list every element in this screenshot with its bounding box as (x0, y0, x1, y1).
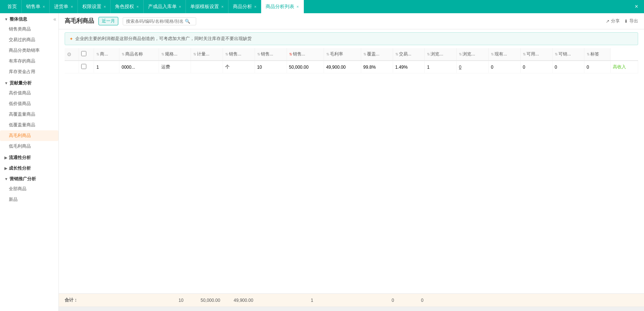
cell-transaction: 1 (425, 61, 457, 73)
arrow-down-icon: ▼ (4, 17, 8, 21)
cell-available: 0 (552, 61, 584, 73)
close-tab-product-analysis[interactable]: × (254, 4, 256, 9)
col-sale-cost[interactable]: ⇅销售... (287, 48, 324, 61)
tab-product-analysis-list[interactable]: 商品分析列表 × (261, 0, 303, 13)
cell-gross-margin: 99.8% (361, 61, 393, 73)
total-sale-cost: 49,900.00 (231, 298, 265, 303)
sidebar-group-contribution[interactable]: ▼ 贡献量分析 (0, 77, 58, 88)
sidebar-group-growth[interactable]: ▶ 成长性分析 (0, 162, 58, 173)
sidebar-item-new-goods[interactable]: 新品 (0, 194, 58, 205)
tab-permission[interactable]: 权限设置 × (78, 0, 111, 13)
horizontal-scrollbar[interactable] (59, 307, 644, 311)
total-label: 合计： (65, 297, 78, 303)
cell-browse2: 0 (489, 61, 521, 73)
cell-code: 0000... (119, 61, 159, 73)
info-banner: ✦ 企业的主要的利润都是这部分商品创造的，可考虑加大推广，同时关注库存是不要出现… (65, 32, 638, 45)
select-all-checkbox[interactable] (81, 51, 86, 56)
cell-sale-cost: 49,900.00 (324, 61, 361, 73)
cell-spec (191, 61, 223, 73)
close-tab-template-settings[interactable]: × (221, 4, 223, 9)
col-unit[interactable]: ⇅计量... (191, 48, 223, 61)
sidebar-group-liquidity[interactable]: ▶ 流通性分析 (0, 152, 58, 162)
col-spec[interactable]: ⇅规格... (159, 48, 191, 61)
tab-product-inbound[interactable]: 产成品入库单 × (144, 0, 186, 13)
sidebar-item-low-margin[interactable]: 低毛利商品 (0, 141, 58, 152)
col-saleable[interactable]: ⇅可销... (552, 48, 584, 61)
share-button[interactable]: ↗ 分享 (606, 18, 620, 24)
tab-template-settings[interactable]: 单据模板设置 × (186, 0, 228, 13)
export-button[interactable]: ⬇ 导出 (624, 18, 638, 24)
col-transaction[interactable]: ⇅交易... (393, 48, 425, 61)
sidebar-item-high-coverage[interactable]: 高覆盖量商品 (0, 109, 58, 120)
tab-sales-order[interactable]: 销售单 × (22, 0, 50, 13)
col-browse2[interactable]: ⇅浏览... (457, 48, 489, 61)
sidebar-item-high-margin[interactable]: 高毛利商品 (0, 130, 58, 141)
info-icon: ✦ (69, 36, 73, 41)
tab-home[interactable]: 首页 (3, 0, 22, 13)
sidebar-item-stock-capital[interactable]: 库存资金占用 (0, 66, 58, 77)
total-sale-amount: 50,000.00 (198, 298, 231, 303)
col-available[interactable]: ⇅可用... (521, 48, 553, 61)
col-checkbox[interactable] (79, 48, 94, 61)
sidebar-group-general[interactable]: ▼ 整体信息 (0, 13, 58, 24)
global-close-button[interactable]: × (632, 3, 641, 10)
time-filter-button[interactable]: 近一月 (98, 17, 118, 25)
close-tab-permission[interactable]: × (104, 4, 106, 9)
col-browse1[interactable]: ⇅浏览... (425, 48, 457, 61)
cell-sale-amount: 50,000.00 (287, 61, 324, 73)
sidebar-collapse-button[interactable]: « (53, 16, 56, 22)
table-container[interactable]: ⚙ ⇅商... ⇅商品名称 ⇅规格... ⇅计量... ⇅销售... ⇅销售..… (59, 48, 644, 293)
tab-product-analysis[interactable]: 商品分析 × (229, 0, 261, 13)
col-settings[interactable]: ⚙ (65, 48, 79, 61)
sidebar-group-marketing[interactable]: ▼ 营销推广分析 (0, 173, 58, 184)
data-table: ⚙ ⇅商... ⇅商品名称 ⇅规格... ⇅计量... ⇅销售... ⇅销售..… (65, 48, 638, 73)
header-actions: ↗ 分享 ⬇ 导出 (606, 18, 638, 24)
cell-browse1[interactable]: 0 (457, 61, 489, 73)
sidebar-item-sales-goods[interactable]: 销售类商品 (0, 24, 58, 35)
page-title: 高毛利商品 (65, 17, 94, 25)
tab-role-auth[interactable]: 角色授权 × (111, 0, 143, 13)
col-gross-margin[interactable]: ⇅毛利率 (324, 48, 361, 61)
col-tag[interactable]: ⇅标签 (584, 48, 611, 61)
arrow-right-icon-2: ▶ (4, 166, 7, 170)
share-icon: ↗ (606, 19, 609, 24)
cell-unit: 个 (223, 61, 255, 73)
close-tab-role-auth[interactable]: × (136, 4, 138, 9)
sidebar-item-low-value[interactable]: 低价值商品 (0, 98, 58, 109)
total-values: 10 50,000.00 49,900.00 1 0 0 (81, 298, 638, 303)
table-row: 1 0000... 运费 个 10 50,000.00 49,900.00 99… (65, 61, 638, 73)
col-sale-amount[interactable]: ⇅销售... (255, 48, 287, 61)
content-area: 高毛利商品 近一月 🔍 ↗ 分享 ⬇ 导出 ✦ 企业的主要的利润都是这部分商品创… (59, 13, 644, 311)
col-current-stock[interactable]: ⇅现有... (489, 48, 521, 61)
close-tab-sales-order[interactable]: × (43, 4, 45, 9)
arrow-down-icon-3: ▼ (4, 177, 8, 181)
sidebar-item-traded-goods[interactable]: 交易过的商品 (0, 35, 58, 45)
footer-total-row: 合计： 10 50,000.00 49,900.00 1 0 0 (59, 293, 644, 307)
col-sale-qty[interactable]: ⇅销售... (223, 48, 255, 61)
close-tab-purchase-order[interactable]: × (71, 4, 73, 9)
search-icon[interactable]: 🔍 (185, 19, 190, 24)
sidebar-item-in-stock[interactable]: 有库存的商品 (0, 56, 58, 66)
sidebar-item-low-coverage[interactable]: 低覆盖量商品 (0, 120, 58, 130)
total-current-stock: 0 (389, 298, 419, 303)
cell-saleable: 0 (584, 61, 611, 73)
cell-current-stock: 0 (521, 61, 553, 73)
row-checkbox[interactable] (81, 64, 86, 69)
cell-tag: 高收入 (611, 61, 638, 73)
search-input[interactable] (126, 19, 185, 24)
close-tab-product-inbound[interactable]: × (179, 4, 181, 9)
col-name[interactable]: ⇅商品名称 (119, 48, 159, 61)
col-coverage[interactable]: ⇅覆盖... (361, 48, 393, 61)
col-code[interactable]: ⇅商... (94, 48, 119, 61)
sidebar-item-high-value[interactable]: 高价值商品 (0, 88, 58, 98)
sidebar-item-category-rate[interactable]: 商品分类助销率 (0, 45, 58, 56)
sidebar-item-all-goods[interactable]: 全部商品 (0, 184, 58, 194)
close-tab-product-analysis-list[interactable]: × (296, 4, 299, 9)
content-header: 高毛利商品 近一月 🔍 ↗ 分享 ⬇ 导出 (59, 13, 644, 29)
tab-purchase-order[interactable]: 进货单 × (50, 0, 78, 13)
top-tab-bar: 首页 销售单 × 进货单 × 权限设置 × 角色授权 × 产成品入库单 × 单据… (0, 0, 644, 13)
cell-coverage: 1.49% (393, 61, 425, 73)
sidebar: « ▼ 整体信息 销售类商品 交易过的商品 商品分类助销率 有库存的商品 库存资… (0, 13, 59, 311)
cell-name[interactable]: 运费 (159, 61, 191, 73)
cell-checkbox[interactable] (79, 61, 94, 73)
